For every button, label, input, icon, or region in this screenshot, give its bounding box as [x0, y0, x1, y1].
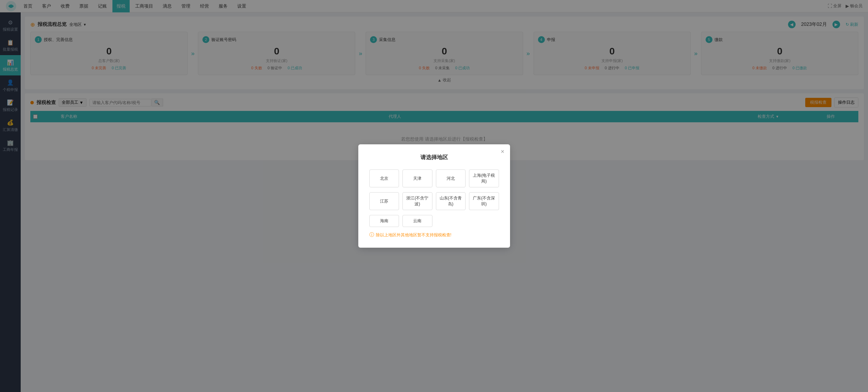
- region-grid-row3: 海南 云南: [369, 215, 499, 227]
- region-btn-shanghai[interactable]: 上海(电子税局): [469, 169, 499, 187]
- region-btn-hebei[interactable]: 河北: [436, 169, 466, 187]
- region-grid-row2: 江苏 浙江(不含宁波) 山东(不含青岛) 广东(不含深圳): [369, 192, 499, 210]
- region-btn-beijing[interactable]: 北京: [369, 169, 399, 187]
- warning-text: 除以上地区外其他地区暂不支持报税检查!: [376, 232, 451, 238]
- region-btn-shandong[interactable]: 山东(不含青岛): [436, 192, 466, 210]
- region-btn-tianjin[interactable]: 天津: [402, 169, 432, 187]
- modal-title: 请选择地区: [369, 154, 499, 161]
- modal-close-btn[interactable]: ×: [501, 148, 505, 155]
- region-btn-hainan[interactable]: 海南: [369, 215, 399, 227]
- region-grid-row1: 北京 天津 河北 上海(电子税局): [369, 169, 499, 187]
- modal-warning: ⓘ 除以上地区外其他地区暂不支持报税检查!: [369, 232, 499, 238]
- region-btn-jiangsu[interactable]: 江苏: [369, 192, 399, 210]
- region-btn-yunnan[interactable]: 云南: [402, 215, 432, 227]
- modal-overlay: × 请选择地区 北京 天津 河北 上海(电子税局) 江苏 浙江(不含宁波) 山东…: [0, 0, 868, 392]
- warning-icon: ⓘ: [369, 232, 374, 238]
- modal: × 请选择地区 北京 天津 河北 上海(电子税局) 江苏 浙江(不含宁波) 山东…: [358, 144, 510, 248]
- region-btn-zhejiang[interactable]: 浙江(不含宁波): [402, 192, 432, 210]
- region-btn-guangdong[interactable]: 广东(不含深圳): [469, 192, 499, 210]
